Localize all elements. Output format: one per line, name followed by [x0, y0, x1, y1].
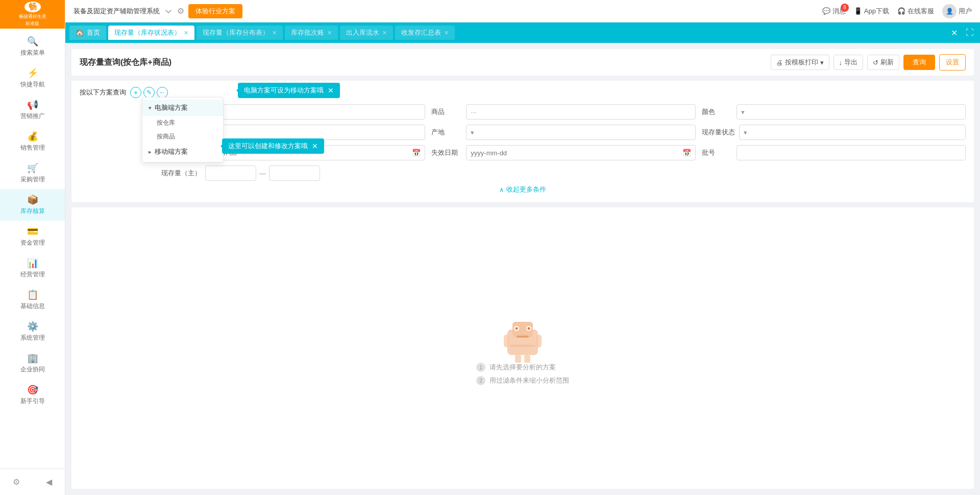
tab-home[interactable]: 🏠 首页 [69, 26, 106, 40]
back-scheme-btn[interactable]: ← [157, 87, 168, 98]
phone-icon: 📱 [854, 7, 862, 15]
tab-inventory-status-close[interactable]: ✕ [184, 30, 188, 36]
sidebar-item-search[interactable]: 🔍 搜索菜单 [0, 31, 65, 62]
tip-1-text: 请先选择要分析的方案 [489, 363, 556, 372]
sidebar-item-enterprise[interactable]: 🏢 企业协同 [0, 347, 65, 379]
building-icon: 🏢 [27, 352, 38, 364]
sidebar-item-marketing[interactable]: 📢 营销推广 [0, 94, 65, 126]
search-icon: 🔍 [27, 36, 38, 47]
tab-inventory-dist[interactable]: 现存量（库存分布表） ✕ [197, 26, 283, 40]
message-icon: 💬 [822, 7, 830, 15]
setting-btn[interactable]: 设置 [939, 54, 966, 70]
range-dash: — [259, 170, 266, 177]
dropdown-icon[interactable] [164, 7, 173, 16]
scheme-panel-item-mobile[interactable]: ▸ 移动端方案 [142, 144, 223, 160]
stock-main-from[interactable] [205, 166, 256, 181]
tab-batch-close[interactable]: ✕ [327, 30, 332, 36]
warehouse-select[interactable]: ··· [196, 104, 425, 120]
tab-receive-close[interactable]: ✕ [444, 30, 449, 36]
search-btn[interactable]: 查询 [903, 55, 935, 70]
batch-input[interactable] [737, 145, 966, 160]
color-chevron: ▾ [741, 108, 745, 116]
print-btn[interactable]: 🖨 按模板打印 ▾ [771, 55, 829, 70]
calendar-icon-produce[interactable]: 📅 [412, 149, 421, 157]
sidebar-item-operation[interactable]: 📊 经营管理 [0, 252, 65, 284]
megaphone-icon: 📢 [27, 99, 38, 110]
filter-field-goods: 商品 ··· [431, 104, 695, 120]
pc-scheme-tooltip: 电脑方案可设为移动方案哦 ✕ [238, 83, 340, 98]
stock-status-chevron: ▾ [744, 129, 747, 136]
expire-date-input[interactable] [471, 149, 680, 157]
tab-inventory-status[interactable]: 现存量（库存状况表） ✕ [108, 26, 194, 40]
goods-dots: ··· [471, 108, 476, 116]
filter-row-2: 尺码 ▾ 产地 ▾ 现存量状态 ▾ [161, 125, 966, 140]
tab-inout-close[interactable]: ✕ [382, 30, 387, 36]
sidebar-item-sales[interactable]: 💰 销售管理 [0, 126, 65, 157]
online-service-item[interactable]: 🎧 在线客服 [897, 7, 934, 16]
fullscreen-btn[interactable]: ⛶ [964, 26, 976, 40]
calendar-icon-expire[interactable]: 📅 [682, 149, 691, 157]
sidebar-item-guide[interactable]: 🎯 新手引导 [0, 379, 65, 411]
empty-tip-2: 2 用过滤条件来缩小分析范围 [476, 376, 569, 385]
filter-header: 按以下方案查询 + ✎ ← 电脑方案可设为移动方案哦 ✕ [80, 87, 966, 98]
export-icon: ↓ [839, 59, 843, 66]
version-badge: 标准版 [26, 20, 39, 27]
sidebar-item-basic[interactable]: 📋 基础信息 [0, 284, 65, 316]
goods-select[interactable]: ··· [466, 104, 695, 120]
export-btn[interactable]: ↓ 导出 [834, 55, 864, 70]
printer-icon: 🖨 [776, 59, 783, 66]
message-item[interactable]: 💬 8 消息 [822, 7, 846, 16]
sidebar-item-quicknav[interactable]: ⚡ 快捷导航 [0, 62, 65, 94]
sidebar-footer: ⚙ ◀ [0, 468, 65, 495]
size-select[interactable]: ▾ [196, 125, 425, 140]
settings-footer-btn[interactable]: ⚙ [11, 475, 22, 489]
stock-main-to[interactable] [269, 166, 320, 181]
header-right: 💬 8 消息 📱 App下载 🎧 在线客服 👤 用户 [822, 4, 972, 18]
origin-label: 产地 [431, 128, 462, 137]
stock-status-select[interactable]: ▾ [739, 125, 966, 140]
headset-icon: 🎧 [897, 7, 905, 15]
sidebar-item-inventory[interactable]: 📦 库存核算 [0, 189, 65, 221]
tab-inout-flow[interactable]: 出入库流水 ✕ [340, 26, 393, 40]
settings-icon[interactable]: ⚙ [177, 6, 184, 16]
pc-scheme-tooltip-close[interactable]: ✕ [328, 86, 334, 95]
tab-inout-flow-label: 出入库流水 [346, 28, 379, 37]
content-area: 现存量查询(按仓库+商品) 🖨 按模板打印 ▾ ↓ 导出 ↺ 刷新 查询 设置 [65, 43, 980, 495]
collapse-text: 收起更多条件 [506, 185, 546, 194]
expire-date-input-wrap[interactable]: 📅 [466, 145, 695, 160]
sidebar-item-finance[interactable]: 💳 资金管理 [0, 221, 65, 252]
scheme-panel-item-pc[interactable]: ▾ 电脑端方案 [142, 100, 223, 116]
user-item[interactable]: 👤 用户 [942, 4, 972, 18]
sidebar-item-purchase-label: 采购管理 [20, 175, 45, 184]
edit-scheme-btn[interactable]: ✎ [143, 87, 155, 98]
batch-label: 批号 [702, 148, 732, 157]
collapse-bar[interactable]: ∧ 收起更多条件 [80, 181, 966, 196]
tab-inventory-dist-close[interactable]: ✕ [272, 30, 277, 36]
svg-rect-7 [504, 335, 509, 347]
create-scheme-tooltip-close[interactable]: ✕ [312, 142, 318, 150]
tip-num-2: 2 [476, 376, 485, 385]
sidebar-item-operation-label: 经营管理 [20, 270, 45, 279]
svg-rect-9 [515, 355, 521, 363]
svg-point-5 [528, 327, 530, 329]
tab-home-label: 首页 [87, 28, 100, 37]
sidebar-item-enterprise-label: 企业协同 [20, 365, 45, 374]
app-download-item[interactable]: 📱 App下载 [854, 7, 889, 16]
close-tab-btn[interactable]: ✕ [949, 26, 960, 40]
add-scheme-btn[interactable]: + [130, 87, 141, 98]
collapse-sidebar-btn[interactable]: ◀ [44, 475, 54, 489]
scheme-subitem-warehouse[interactable]: 按仓库 [142, 116, 223, 130]
sidebar-item-search-label: 搜索菜单 [20, 49, 45, 57]
flash-icon: ⚡ [27, 67, 38, 79]
industry-plan-button[interactable]: 体验行业方案 [188, 4, 242, 18]
sidebar-item-purchase[interactable]: 🛒 采购管理 [0, 157, 65, 189]
empty-illustration [497, 312, 548, 363]
tab-receive-summary[interactable]: 收发存汇总表 ✕ [395, 26, 455, 40]
color-select[interactable]: ▾ [737, 104, 966, 120]
chart-icon: 📊 [27, 257, 38, 269]
sidebar-item-system[interactable]: ⚙️ 系统管理 [0, 316, 65, 347]
scheme-subitem-goods[interactable]: 按商品 [142, 130, 223, 144]
tab-batch-account[interactable]: 库存批次账 ✕ [285, 26, 338, 40]
refresh-btn[interactable]: ↺ 刷新 [867, 55, 899, 70]
origin-select[interactable]: ▾ [466, 125, 695, 140]
